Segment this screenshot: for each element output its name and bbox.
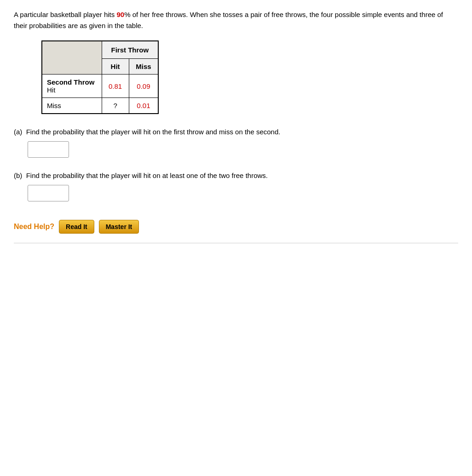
corner-cell xyxy=(42,41,102,75)
question-b-body: Find the probability that the player wil… xyxy=(26,172,268,179)
highlight-percentage: 90 xyxy=(116,11,124,18)
cell-hit-hit: 0.81 xyxy=(102,75,129,98)
question-a-section: (a) Find the probability that the player… xyxy=(14,128,458,158)
col-header-hit: Hit xyxy=(102,59,129,75)
master-it-button[interactable]: Master It xyxy=(99,220,139,234)
probability-table-container: First Throw Hit Miss Second Throw Hit 0.… xyxy=(41,40,458,114)
question-a-label: (a) xyxy=(14,128,22,136)
cell-miss-hit: ? xyxy=(102,98,129,114)
need-help-section: Need Help? Read It Master It xyxy=(14,220,458,234)
intro-paragraph: A particular basketball player hits 90% … xyxy=(14,9,458,31)
question-a-text: (a) Find the probability that the player… xyxy=(14,128,458,136)
intro-text-before: A particular basketball player hits xyxy=(14,11,116,18)
need-help-label: Need Help? xyxy=(14,223,54,231)
first-throw-header: First Throw xyxy=(102,41,158,59)
col-header-miss: Miss xyxy=(129,59,158,75)
read-it-button[interactable]: Read It xyxy=(59,220,94,234)
table-row-hit: Second Throw Hit 0.81 0.09 xyxy=(42,75,158,98)
table-row-miss: Miss ? 0.01 xyxy=(42,98,158,114)
bottom-divider xyxy=(14,243,458,243)
question-b-text: (b) Find the probability that the player… xyxy=(14,172,458,179)
cell-hit-miss: 0.09 xyxy=(129,75,158,98)
question-b-label: (b) xyxy=(14,172,22,179)
row-label-hit: Second Throw Hit xyxy=(42,75,102,98)
question-b-section: (b) Find the probability that the player… xyxy=(14,172,458,201)
cell-miss-miss: 0.01 xyxy=(129,98,158,114)
answer-b-input[interactable] xyxy=(28,185,69,201)
row-hit-label: Hit xyxy=(47,86,55,94)
question-a-body: Find the probability that the player wil… xyxy=(26,128,281,136)
answer-a-input[interactable] xyxy=(28,141,69,158)
table-header-row-1: First Throw xyxy=(42,41,158,59)
probability-table: First Throw Hit Miss Second Throw Hit 0.… xyxy=(41,40,159,114)
second-throw-label: Second Throw xyxy=(47,78,94,86)
row-miss-label: Miss xyxy=(42,98,102,114)
